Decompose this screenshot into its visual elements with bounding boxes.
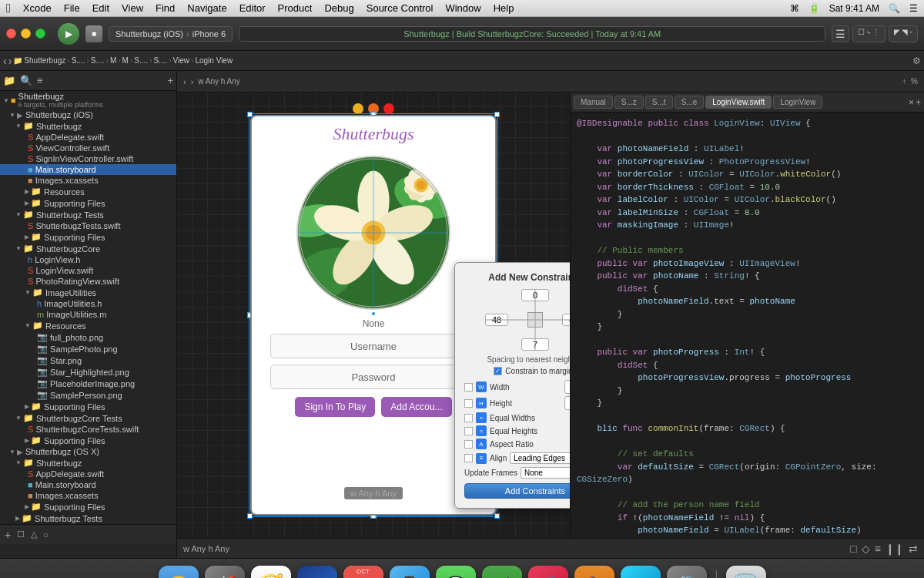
menu-xcode[interactable]: Xcode (23, 2, 52, 14)
sidebar-shutterbugztests[interactable]: S ShutterbugzTests.swift (0, 220, 176, 231)
dock-appstore[interactable]: 📱 (390, 566, 430, 579)
bottom-icon-5[interactable]: ⇄ (909, 543, 918, 555)
menu-help[interactable]: Help (494, 2, 514, 14)
breadcrumb-m2[interactable]: M (122, 56, 129, 65)
add-file-button[interactable]: + (5, 529, 11, 541)
canvas-back[interactable]: ‹ (183, 77, 186, 86)
hide-debug[interactable]: ◤ (894, 28, 900, 40)
tab-loginview[interactable]: LoginView (773, 96, 822, 109)
menu-debug[interactable]: Debug (324, 2, 353, 14)
sidebar-supporting5[interactable]: ▶📁 Supporting Files (0, 501, 176, 512)
dock-safari[interactable]: 🧭 (251, 566, 291, 579)
menu-product[interactable]: Product (278, 2, 313, 14)
sidebar-signinviewcontroller[interactable]: S SignInViewController.swift (0, 153, 176, 164)
height-checkbox[interactable] (464, 399, 473, 408)
nav-forward[interactable]: › (8, 55, 12, 67)
menu-edit[interactable]: Edit (92, 2, 109, 14)
sidebar-core-tests[interactable]: ▼ 📁 ShutterbugzCore Tests (0, 412, 176, 424)
sidebar-supporting1[interactable]: ▶📁 Supporting Files (0, 197, 176, 209)
sign-in-button[interactable]: Sign In To Play (295, 397, 375, 417)
breadcrumb-s3[interactable]: S.... (134, 56, 148, 65)
editor-standard[interactable]: ☐ (858, 28, 865, 40)
equal-heights-checkbox[interactable] (464, 427, 473, 435)
breadcrumb-login-view[interactable]: Login View (195, 56, 233, 65)
canvas-zoom-fit[interactable]: ↑ (902, 77, 906, 86)
sidebar-mainstoryboard-osx[interactable]: ■ Main.storyboard (0, 479, 176, 490)
sidebar-resources2[interactable]: ▼ 📁 Resources (0, 320, 176, 331)
menu-window[interactable]: Window (445, 2, 480, 14)
sidebar-main-storyboard[interactable]: ■ Main.storyboard (0, 164, 176, 175)
close-button[interactable] (6, 29, 16, 39)
constrain-margins-checkbox[interactable]: ✓ (494, 367, 502, 375)
sidebar-placeholder[interactable]: 📷 PlaceholderImage.png (0, 378, 176, 389)
sidebar-osx[interactable]: ▼ ▶ Shutterbugz (OS X) (0, 446, 176, 457)
code-content[interactable]: @IBDesignable public class LoginView: UI… (571, 113, 924, 538)
breadcrumb-s1[interactable]: S.... (72, 56, 85, 65)
sidebar-full-photo[interactable]: 📷 full_photo.png (0, 331, 176, 343)
height-input[interactable] (564, 396, 570, 410)
sidebar-viewcontroller[interactable]: S ViewController.swift (0, 143, 176, 153)
update-frames-select[interactable]: None (521, 467, 570, 479)
sidebar-images[interactable]: ■ Images.xcassets (0, 175, 176, 186)
menu-editor[interactable]: Editor (239, 2, 266, 14)
sidebar-star-highlighted[interactable]: 📷 Star_Highlighted.png (0, 366, 176, 378)
dock-facetime[interactable]: 📹 (482, 566, 522, 579)
tab-add[interactable]: + (916, 97, 921, 108)
dock-xcode[interactable]: X (297, 566, 337, 579)
sidebar-sampleperson[interactable]: 📷 SamplePerson.png (0, 389, 176, 401)
sidebar-folder-icon[interactable]: 📁 (3, 75, 15, 86)
menu-find[interactable]: Find (156, 2, 175, 14)
tab-sz[interactable]: S...z (614, 96, 644, 109)
dock-finder[interactable]: 😊 (159, 566, 199, 579)
bottom-icon-4[interactable]: ❙❙ (886, 543, 904, 555)
bottom-icon-3[interactable]: ≡ (875, 543, 881, 555)
toolbar-icon-1[interactable]: ⚙ (912, 55, 921, 66)
nav-back[interactable]: ‹ (3, 55, 7, 67)
dock-launchpad[interactable]: 🚀 (205, 566, 245, 579)
bottom-icon-2[interactable]: ◇ (862, 543, 870, 555)
dock-books[interactable]: 📚 (574, 566, 614, 579)
filter-icon[interactable]: ☐ (17, 529, 25, 539)
sidebar-core-tests-swift[interactable]: S ShutterbugzCoreTests.swift (0, 424, 176, 435)
sidebar-imageutilities[interactable]: ▼ 📁 ImageUtilities (0, 287, 176, 298)
sidebar-supporting3[interactable]: ▶📁 Supporting Files (0, 401, 176, 412)
breadcrumb-s4[interactable]: S.... (153, 56, 167, 65)
sidebar-filter-icon[interactable]: ≡ (37, 75, 43, 86)
sidebar-resources1[interactable]: ▶📁 Resources (0, 186, 176, 197)
breadcrumb-view[interactable]: View (173, 56, 190, 65)
sidebar-item-ios[interactable]: ▼ ▶ Shutterbugz (iOS) (0, 109, 176, 120)
sidebar-appdelegate[interactable]: S AppDelegate.swift (0, 132, 176, 143)
sidebar-tests-osx[interactable]: ▶ 📁 Shutterbugz Tests (0, 512, 176, 524)
sidebar-supporting2[interactable]: ▶📁 Supporting Files (0, 231, 176, 243)
menu-file[interactable]: File (64, 2, 80, 14)
minimize-button[interactable] (21, 29, 31, 39)
menu-view[interactable]: View (122, 2, 143, 14)
sidebar-imageutilities-h[interactable]: h ImageUtilities.h (0, 298, 176, 309)
show-debug[interactable]: ◥ (902, 28, 908, 40)
align-select[interactable]: Leading Edges (510, 452, 570, 464)
tab-se[interactable]: S...e (675, 96, 705, 109)
dock-trash[interactable]: 🗑️ (726, 566, 766, 579)
sidebar-search-icon[interactable]: 🔍 (20, 75, 32, 86)
run-button[interactable]: ▶ (58, 23, 79, 45)
apple-menu[interactable]:  (6, 2, 11, 15)
menu-navigate[interactable]: Navigate (187, 2, 226, 14)
dock-calendar[interactable]: OCT 15 (343, 566, 383, 579)
sidebar-loginview-h[interactable]: h LoginView.h (0, 254, 176, 265)
breadcrumb-m1[interactable]: M (110, 56, 116, 65)
dock-messages[interactable]: 💬 (436, 566, 476, 579)
bottom-icon-1[interactable]: □ (850, 543, 856, 555)
align-checkbox[interactable] (464, 454, 473, 462)
sidebar-add-icon[interactable]: + (167, 75, 173, 86)
breadcrumb-s2[interactable]: S.... (91, 56, 105, 65)
wifi-icon[interactable]: ⌘ (790, 3, 799, 14)
sidebar-star[interactable]: 📷 Star.png (0, 355, 176, 366)
editor-assistant[interactable]: ⍀ (866, 28, 871, 40)
flower-image-view[interactable] (296, 156, 450, 310)
width-input[interactable] (564, 380, 570, 394)
tab-st[interactable]: S...t (645, 96, 673, 109)
editor-version[interactable]: ⋮ (872, 28, 880, 40)
sidebar-root[interactable]: ▼ ■ Shutterbugz6 targets, multiple platf… (0, 91, 176, 109)
add-account-button[interactable]: Add Accou... (381, 397, 451, 417)
menu-source-control[interactable]: Source Control (367, 2, 434, 14)
